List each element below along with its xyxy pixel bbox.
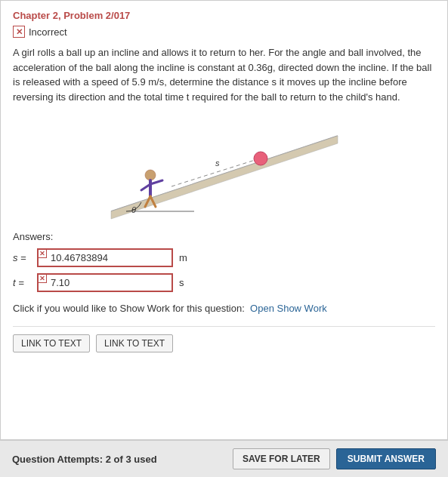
- var-s: s =: [13, 252, 34, 263]
- show-work-section: Click if you would like to Show Work for…: [13, 303, 435, 314]
- t-unit: s: [179, 277, 184, 288]
- status-badge: ✕ Incorrect: [13, 26, 435, 38]
- submit-answer-button[interactable]: SUBMIT ANSWER: [336, 448, 436, 469]
- status-label: Incorrect: [29, 26, 67, 38]
- var-t: t =: [13, 277, 34, 288]
- answer-row-s: s = ✕ m: [13, 248, 435, 267]
- t-input-wrap: ✕: [37, 273, 173, 292]
- open-show-work-link[interactable]: Open Show Work: [250, 303, 327, 314]
- x-icon: ✕: [13, 26, 25, 38]
- save-for-later-button[interactable]: SAVE FOR LATER: [233, 448, 330, 469]
- s-input-wrap: ✕: [37, 248, 173, 267]
- svg-text:s: s: [215, 158, 220, 168]
- svg-point-9: [145, 170, 156, 180]
- answers-label: Answers:: [13, 231, 435, 242]
- s-unit: m: [179, 252, 187, 263]
- svg-point-8: [254, 152, 267, 165]
- s-x-icon: ✕: [38, 249, 47, 258]
- chapter-title: Chapter 2, Problem 2/017: [13, 10, 435, 21]
- answer-row-t: t = ✕ s: [13, 273, 435, 292]
- link-buttons-area: LINK TO TEXT LINK TO TEXT: [13, 326, 435, 357]
- t-x-icon: ✕: [38, 274, 47, 283]
- footer-bar: Question Attempts: 2 of 3 used SAVE FOR …: [0, 440, 448, 477]
- svg-text:θ: θ: [131, 205, 136, 214]
- diagram-svg: s θ: [104, 115, 345, 220]
- footer-buttons: SAVE FOR LATER SUBMIT ANSWER: [233, 448, 436, 469]
- svg-line-12: [150, 180, 162, 184]
- problem-text: A girl rolls a ball up an incline and al…: [13, 45, 435, 104]
- link-to-text-button-1[interactable]: LINK TO TEXT: [13, 334, 90, 352]
- attempts-text: Question Attempts: 2 of 3 used: [12, 454, 157, 465]
- show-work-text: Click if you would like to Show Work for…: [13, 303, 245, 314]
- s-input[interactable]: [37, 248, 173, 267]
- t-input[interactable]: [37, 273, 173, 292]
- link-to-text-button-2[interactable]: LINK TO TEXT: [96, 334, 173, 352]
- diagram-area: s θ: [13, 115, 435, 220]
- answers-section: Answers: s = ✕ m t = ✕ s: [13, 231, 435, 292]
